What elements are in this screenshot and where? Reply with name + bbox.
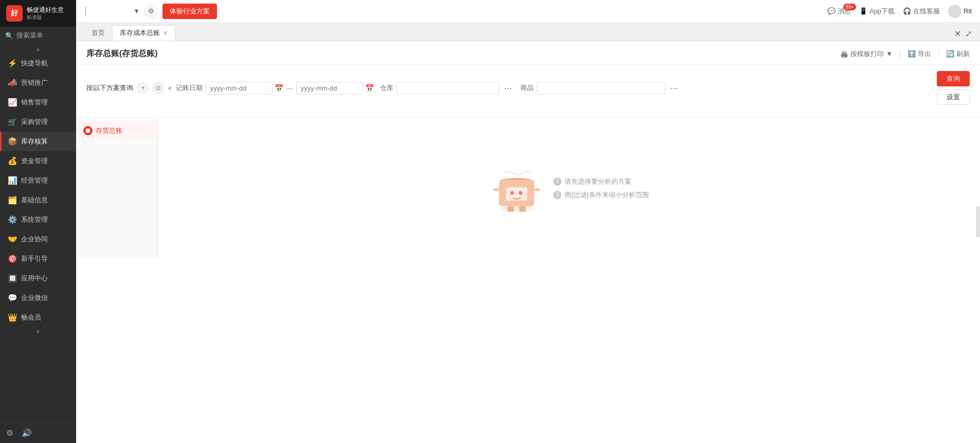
sidebar-item-apps[interactable]: 🔲 应用中心 [0,269,76,288]
dropdown-icon: ▼ [886,50,893,58]
filter-collapse-button[interactable]: « [168,84,172,92]
tab-home[interactable]: 首页 [84,25,112,41]
refresh-icon: 🔄 [946,50,954,58]
empty-hints: 1 请先选择要分析的方案 2 用[过滤]条件来缩小分析范围 [553,175,648,202]
online-service-label: 在线客服 [913,7,940,16]
content-area: 库存总账(存货总账) 🖨️ 按模板打印 ▼ ⬆️ 导出 🔄 [76,41,980,443]
calendar-end-icon[interactable]: 📅 [365,84,374,92]
logo-text: 畅捷通好生意 标准版 [27,6,64,21]
goods-more-button[interactable]: ··· [668,83,680,94]
filter-setting-button[interactable]: ⊙ [153,82,164,94]
home-tab-label: 首页 [92,28,105,38]
settings-button[interactable]: 设置 [937,90,970,105]
sidebar-item-finance[interactable]: 💰 资金管理 [0,151,76,171]
scroll-up-btn[interactable]: ▲ [35,45,41,52]
sidebar-item-purchase[interactable]: 🛒 采购管理 [0,112,76,132]
inventory-icon: 📦 [8,137,17,146]
sidebar-item-wechat[interactable]: 💬 企业微信 [0,288,76,308]
printer-icon: 🖨️ [840,50,848,58]
headset-icon: 🎧 [903,7,911,15]
date-start-wrap: 📅 [206,82,283,95]
sidebar-item-basic[interactable]: 🗂️ 基础信息 [0,190,76,210]
topbar-dropdown-btn[interactable]: ▼ [133,7,140,15]
sidebar-settings-btn[interactable]: ⚙ [6,428,13,438]
body-area: 存货总账 [76,118,980,258]
warehouse-label: 仓库 [380,83,393,93]
hint-row-2: 2 用[过滤]条件来缩小分析范围 [553,188,648,202]
svg-rect-8 [507,206,514,212]
hint-text-2: 用[过滤]条件来缩小分析范围 [565,188,648,202]
date-label: 记账日期 [176,83,203,93]
sidebar-item-member[interactable]: 👑 畅会员 [0,308,76,327]
svg-point-1 [501,206,534,211]
page-title: 库存总账(存货总账) [86,48,158,59]
sidebar-sound-btn[interactable]: 🔊 [22,428,32,438]
page-header: 库存总账(存货总账) 🖨️ 按模板打印 ▼ ⬆️ 导出 🔄 [76,41,980,65]
warehouse-more-button[interactable]: ··· [502,83,514,94]
sidebar-item-enterprise[interactable]: 🤝 企业协同 [0,229,76,249]
marketing-icon: 📣 [8,78,17,87]
topbar-right: 💬 消息 99+ 📱 App下载 🎧 在线客服 Rit [827,5,972,18]
filter-actions: 查询 设置 [937,71,970,105]
message-badge: 99+ [843,4,856,10]
message-button[interactable]: 💬 消息 99+ [827,7,851,16]
user-menu[interactable]: Rit [948,5,972,18]
template-print-button[interactable]: 🖨️ 按模板打印 ▼ [840,49,893,59]
sidebar-item-guide[interactable]: 🎯 新手引导 [0,249,76,269]
filter-add-button[interactable]: + [137,82,149,94]
guide-icon: 🎯 [8,254,17,263]
date-end-wrap: 📅 [296,82,374,95]
message-icon: 💬 [827,7,836,15]
sidebar-item-system[interactable]: ⚙️ 系统管理 [0,210,76,229]
finance-icon: 💰 [8,156,17,166]
sidebar-item-inventory[interactable]: 📦 库存核算 [0,132,76,151]
user-name: Rit [964,7,972,15]
sidebar-search[interactable]: 🔍 搜索菜单 [0,27,76,44]
warehouse-input[interactable] [396,82,499,95]
svg-rect-7 [534,188,540,191]
search-icon: 🔍 [5,32,13,40]
topbar-settings-icon[interactable]: ⚙ [144,4,158,19]
sidebar-item-sales[interactable]: 📈 销售管理 [0,93,76,112]
app-download-icon: 📱 [859,7,867,15]
tab-close-icon[interactable]: ✕ [163,30,168,37]
export-button[interactable]: ⬆️ 导出 [908,49,931,59]
svg-point-5 [519,191,522,194]
scroll-down-btn[interactable]: ▼ [35,328,41,335]
breadcrumb: | [84,5,129,17]
svg-rect-3 [506,187,527,201]
query-button[interactable]: 查询 [937,71,970,86]
scheme-item-inventory-ledger[interactable]: 存货总账 [76,122,158,139]
app-download-button[interactable]: 📱 App下载 [859,7,895,16]
sidebar-item-quick-nav[interactable]: ⚡ 快捷导航 [0,54,76,73]
basic-icon: 🗂️ [8,196,17,205]
page: 库存总账(存货总账) 🖨️ 按模板打印 ▼ ⬆️ 导出 🔄 [76,41,980,443]
enterprise-icon: 🤝 [8,235,17,244]
sidebar-item-operation[interactable]: 📊 经营管理 [0,171,76,190]
date-start-input[interactable] [206,82,273,95]
industry-solution-button[interactable]: 体验行业方案 [162,4,217,19]
goods-label: 商品 [520,83,534,93]
main-area: | ▼ ⚙ 体验行业方案 💬 消息 99+ 📱 App下载 🎧 在线客服 [76,0,980,443]
filter-header: 按以下方案查询 + ⊙ « 记账日期 📅 — [86,71,970,105]
refresh-button[interactable]: 🔄 刷新 [946,49,970,59]
apps-icon: 🔲 [8,274,17,283]
system-icon: ⚙️ [8,215,17,224]
hint-text-1: 请先选择要分析的方案 [565,175,631,188]
logo-icon: 好 [6,5,23,22]
online-service-button[interactable]: 🎧 在线客服 [903,7,940,16]
empty-state: 1 请先选择要分析的方案 2 用[过滤]条件来缩小分析范围 [158,118,980,258]
scheme-icon [83,126,93,135]
wechat-icon: 💬 [8,293,17,303]
scheme-item-label: 存货总账 [96,126,122,135]
tab-inventory-cost[interactable]: 库存成本总账 ✕ [112,25,175,41]
date-end-input[interactable] [296,82,363,95]
tab-close-panel-btn[interactable]: ✕ [954,29,961,39]
sidebar-item-marketing[interactable]: 📣 营销推广 [0,73,76,93]
tab-expand-btn[interactable]: ⤢ [965,29,972,39]
calendar-start-icon[interactable]: 📅 [275,84,283,92]
sidebar-logo: 好 畅捷通好生意 标准版 [0,0,76,27]
right-scroll-indicator[interactable] [976,206,980,237]
inventory-cost-tab-label: 库存成本总账 [120,28,160,38]
goods-input[interactable] [537,82,665,95]
